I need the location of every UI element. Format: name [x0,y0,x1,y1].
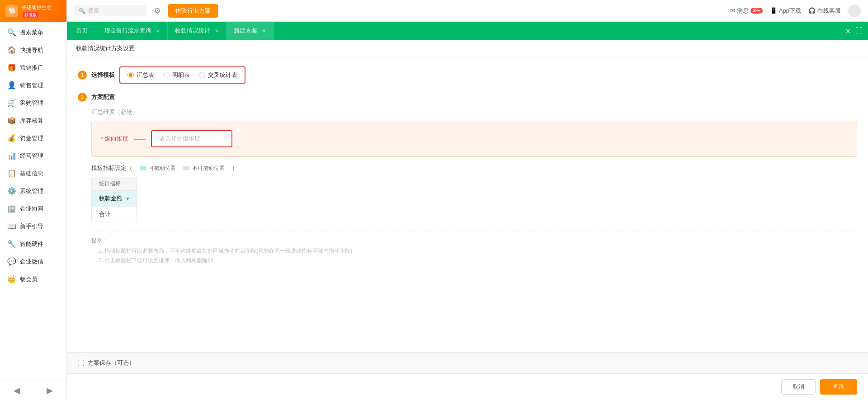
section-config: 2 方案配置 汇总维度（必选） * 纵向维度 —— 请选择分组维度 [78,93,857,264]
save-checkbox[interactable] [78,360,84,366]
inventory-icon: 📦 [7,116,15,125]
indicator-table: 统计指标 收款金额 ▾ 合计 [91,177,137,222]
query-button[interactable]: 查询 [820,379,857,395]
sidebar-item-marketing[interactable]: 🎁 营销推广 [0,59,66,76]
radio-cross-circle [199,72,205,78]
indicator-table-header: 统计指标 [92,177,137,191]
section1-title: 选择模板 [91,71,115,79]
sidebar-bottom-btn-right[interactable]: ▶ [47,386,53,395]
sidebar-item-enterprise[interactable]: 🏢 企业协同 [0,200,66,217]
basic-icon: 📋 [7,169,15,178]
form-body: 1 选择模板 汇总表 明细表 交叉统计表 [67,57,868,352]
section2-title: 方案配置 [91,93,115,101]
sidebar-bottom-right-icon: ▶ [47,386,53,395]
indicator-legend: 模板指标设定（ 可拖动位置 不可拖动位置 ） [91,164,857,172]
legend-draggable: 可拖动位置 [140,165,176,172]
finance-icon: 💰 [7,134,15,142]
tab-bank-flow[interactable]: 现金银行流水查询 ✕ [97,22,168,40]
indicator-cell-total: 合计 [92,207,137,222]
header-actions: ✉ 消息 99+ 📱 App下载 🎧 在线客服 [730,5,861,17]
tab-new-plan[interactable]: 新建方案 ✕ [226,22,274,40]
sidebar-item-operation[interactable]: 📊 经营管理 [0,147,66,165]
tab-collection-stats[interactable]: 收款情况统计 ✕ [168,22,226,40]
breadcrumb: 收款情况统计方案设置 [76,45,135,52]
sidebar-item-member[interactable]: 👑 畅会员 [0,270,66,288]
tab-bar-actions: ✕ ⛶ [840,22,868,40]
sidebar-item-quick-nav[interactable]: 🏠 快捷导航 [0,41,66,59]
sidebar-item-search-menu[interactable]: 🔍 搜索菜单 [0,24,66,41]
section1-header: 1 选择模板 汇总表 明细表 交叉统计表 [78,66,857,84]
enterprise-icon: 🏢 [7,204,15,213]
wechat-icon: 💬 [7,257,15,266]
chevron-down-icon: ▾ [126,195,129,202]
sidebar-item-inventory[interactable]: 📦 库存核算 [0,112,66,129]
radio-detail-circle [163,72,170,78]
radio-summary[interactable]: 汇总表 [127,71,154,79]
dimension-row: * 纵向维度 —— 请选择分组维度 [101,130,848,147]
top-header: 🔍 搜索 ⚙ 体验行业方案 ✉ 消息 99+ 📱 App下载 🎧 在线客服 [67,0,868,22]
message-btn[interactable]: ✉ 消息 99+ [730,7,763,15]
sidebar-item-finance[interactable]: 💰 资金管理 [0,129,66,147]
draggable-dot [140,166,146,170]
industry-btn[interactable]: 体验行业方案 [168,4,218,18]
sidebar-item-purchase[interactable]: 🛒 采购管理 [0,94,66,112]
footer: 取消 查询 [67,373,868,400]
legend-fixed: 不可拖动位置 [183,165,225,172]
tips-section: 提示： 1. 拖动标题栏可以调整布局，不可跨维度或指标区域拖动栏目字段(只能在同… [91,231,857,264]
online-service-btn[interactable]: 🎧 在线客服 [808,7,841,15]
purchase-icon: 🛒 [7,99,15,107]
section-template: 1 选择模板 汇总表 明细表 交叉统计表 [78,66,857,84]
sidebar-nav: 🔍 搜索菜单 🏠 快捷导航 🎁 营销推广 👤 销售管理 🛒 采购管理 📦 库存核… [0,22,66,381]
sidebar-item-newbie[interactable]: 📖 新手引导 [0,217,66,235]
dimension-select[interactable]: 请选择分组维度 [151,130,232,147]
sidebar-item-wechat[interactable]: 💬 企业微信 [0,253,66,270]
message-badge: 99+ [750,8,763,14]
save-label: 方案保存（可选） [88,359,135,367]
main-area: 🔍 搜索 ⚙ 体验行业方案 ✉ 消息 99+ 📱 App下载 🎧 在线客服 首页 [67,0,868,400]
app-download-btn[interactable]: 📱 App下载 [770,7,801,15]
radio-cross[interactable]: 交叉统计表 [199,71,237,79]
user-avatar[interactable] [848,5,861,17]
dimension-group-label: 汇总维度（必选） [91,108,857,116]
radio-summary-circle [127,72,134,78]
page-content: 收款情况统计方案设置 1 选择模板 汇总表 明细表 [67,40,868,373]
sidebar-item-smart[interactable]: 🔧 智能硬件 [0,235,66,253]
tips-item-2: 2. 点击标题栏下拉可设置排序、插入列和删除列 [91,257,857,264]
indicator-cell-amount[interactable]: 收款金额 ▾ [92,191,137,207]
tab-expand-icon[interactable]: ⛶ [855,27,863,35]
settings-icon[interactable]: ⚙ [154,6,161,16]
member-icon: 👑 [7,275,15,283]
sidebar-item-system[interactable]: ⚙️ 系统管理 [0,182,66,200]
tab-close-collection-stats[interactable]: ✕ [215,28,219,34]
newbie-icon: 📖 [7,222,15,231]
search-menu-icon: 🔍 [7,28,15,37]
logo-icon: 畅 [5,5,18,17]
tab-close-icon[interactable]: ✕ [845,27,851,35]
sidebar-item-sales[interactable]: 👤 销售管理 [0,76,66,94]
cancel-button[interactable]: 取消 [781,379,816,395]
sidebar-bottom: ◀ ▶ [0,381,66,400]
tips-item-1: 1. 拖动标题栏可以调整布局，不可跨维度或指标区域拖动栏目字段(只能在同一维度或… [91,247,857,255]
tab-bar: 首页 现金银行流水查询 ✕ 收款情况统计 ✕ 新建方案 ✕ ✕ ⛶ [67,22,868,40]
sidebar: 畅 畅捷通好生意 标准版 🔍 搜索菜单 🏠 快捷导航 🎁 营销推广 👤 销售管理… [0,0,67,400]
sidebar-bottom-btn-left[interactable]: ◀ [14,386,20,395]
page-header: 收款情况统计方案设置 [67,40,868,57]
section1-num: 1 [78,71,87,80]
save-option: 方案保存（可选） [67,352,868,373]
system-icon: ⚙️ [7,187,15,195]
sidebar-item-basic[interactable]: 📋 基础信息 [0,165,66,182]
template-options: 汇总表 明细表 交叉统计表 [119,66,245,84]
tab-home[interactable]: 首页 [67,22,97,40]
header-search[interactable]: 🔍 搜索 [74,5,146,16]
logo-text: 畅捷通好生意 标准版 [22,4,52,18]
quick-nav-icon: 🏠 [7,46,15,54]
tab-close-new-plan[interactable]: ✕ [262,28,266,34]
message-icon: ✉ [730,7,735,14]
tab-close-bank-flow[interactable]: ✕ [156,28,160,34]
operation-icon: 📊 [7,151,15,160]
sales-icon: 👤 [7,81,15,89]
dimension-area: * 纵向维度 —— 请选择分组维度 [91,121,857,157]
smart-icon: 🔧 [7,240,15,248]
radio-detail[interactable]: 明细表 [163,71,190,79]
sidebar-logo: 畅 畅捷通好生意 标准版 [0,0,66,22]
